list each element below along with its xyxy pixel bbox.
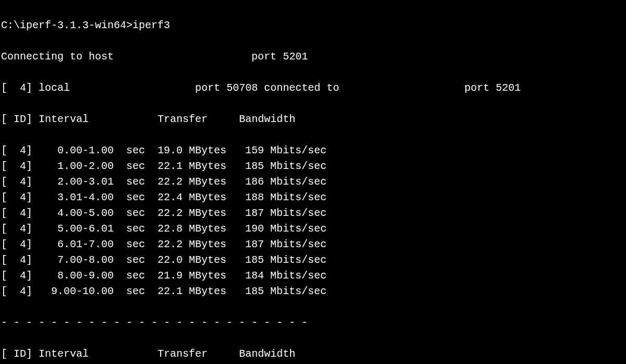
interval-row: [ 4] 3.01-4.00 sec 22.4 MBytes 188 Mbits… [1, 190, 625, 205]
interval-row: [ 4] 2.00-3.01 sec 22.2 MBytes 186 Mbits… [1, 174, 625, 190]
local-port: 50708 [226, 82, 258, 94]
command: iperf3 [133, 19, 170, 31]
interval-row: [ 4] 6.01-7.00 sec 22.2 MBytes 187 Mbits… [1, 237, 625, 252]
separator-line: - - - - - - - - - - - - - - - - - - - - … [1, 315, 625, 331]
interval-row: [ 4] 7.00-8.00 sec 22.0 MBytes 185 Mbits… [1, 252, 625, 268]
summary-header-line: [ ID] Interval Transfer Bandwidth [1, 346, 625, 362]
connecting-prefix: Connecting to host [1, 51, 114, 63]
local-line: [ 4] local port 50708 connected to port … [1, 80, 625, 96]
interval-row: [ 4] 4.00-5.00 sec 22.2 MBytes 187 Mbits… [1, 205, 625, 221]
col-interval: Interval [39, 113, 89, 125]
col-id: ID [14, 113, 26, 125]
connecting-line: Connecting to host port 5201 [1, 49, 625, 65]
port-label: port [251, 51, 276, 63]
col-interval: Interval [39, 348, 89, 360]
spacer [114, 51, 251, 63]
col-transfer: Transfer [158, 113, 208, 125]
stream-id: 4 [20, 82, 26, 94]
terminal-output: C:\iperf-3.1.3-win64>iperf3 Connecting t… [0, 0, 626, 364]
interval-row: [ 4] 9.00-10.00 sec 22.1 MBytes 185 Mbit… [1, 284, 625, 299]
local-label: local [39, 82, 70, 94]
interval-rows: [ 4] 0.00-1.00 sec 19.0 MBytes 159 Mbits… [1, 143, 625, 299]
prompt: C:\iperf-3.1.3-win64> [1, 19, 133, 31]
command-line: C:\iperf-3.1.3-win64>iperf3 [1, 18, 625, 33]
interval-row: [ 4] 5.00-6.01 sec 22.8 MBytes 190 Mbits… [1, 221, 625, 237]
col-id: ID [14, 348, 26, 360]
interval-row: [ 4] 0.00-1.00 sec 19.0 MBytes 159 Mbits… [1, 143, 625, 159]
remote-port: 5201 [496, 82, 521, 94]
port-value: 5201 [283, 51, 308, 63]
col-bandwidth: Bandwidth [239, 348, 295, 360]
header-line: [ ID] Interval Transfer Bandwidth [1, 112, 625, 127]
col-transfer: Transfer [158, 348, 208, 360]
connected-to: connected to [264, 82, 339, 94]
interval-row: [ 4] 8.00-9.00 sec 21.9 MBytes 184 Mbits… [1, 268, 625, 284]
interval-row: [ 4] 1.00-2.00 sec 22.1 MBytes 185 Mbits… [1, 159, 625, 174]
col-bandwidth: Bandwidth [239, 113, 295, 125]
remote-port-label: port [464, 82, 489, 94]
local-port-label: port [195, 82, 220, 94]
